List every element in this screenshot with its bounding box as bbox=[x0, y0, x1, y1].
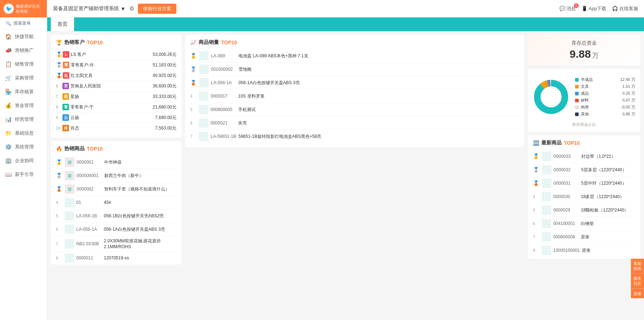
customer-badge: 零 bbox=[63, 62, 69, 68]
sidebar-item-finance[interactable]: 💰 资金管理 bbox=[0, 99, 47, 112]
new-product-row: 🥈 0000032 5层多层（1220*2440） bbox=[533, 163, 635, 177]
sidebar-item-basic[interactable]: 📁 基础信息 bbox=[0, 126, 47, 140]
inv-sales-row: 🥈 001000002 雪地靴 bbox=[190, 63, 519, 76]
medal-icon: 🥈 bbox=[190, 66, 196, 72]
product-thumb bbox=[542, 246, 551, 255]
inventory-amount: 9.88 bbox=[570, 48, 591, 60]
hot-product-row: 6 LA-056-1A 056-1A白色按键开关盖ABS 3壳 bbox=[56, 223, 176, 236]
medal-icon: 🥇 bbox=[533, 153, 539, 159]
sidebar-item-sales[interactable]: 📋 销售管理 bbox=[0, 57, 47, 71]
app-download-button[interactable]: 📱 App下载 bbox=[582, 5, 606, 12]
sidebar-item-purchase[interactable]: 🛒 采购管理 bbox=[0, 71, 47, 85]
live-broadcast-button[interactable]: 直播 bbox=[631, 289, 644, 298]
product-thumb bbox=[542, 165, 551, 175]
sidebar-item-operation[interactable]: 📊 经营管理 bbox=[0, 112, 47, 126]
product-thumb: 🖼 bbox=[65, 171, 74, 180]
legend-dot bbox=[575, 99, 579, 102]
basic-icon: 📁 bbox=[5, 130, 12, 136]
svg-point-1 bbox=[537, 83, 565, 111]
settings-icon[interactable]: ⚙ bbox=[129, 5, 134, 12]
legend-item: 肉类 -0.05 万 bbox=[575, 104, 635, 111]
inv-sales-row: 5 000800005 手机测试 bbox=[190, 103, 519, 116]
legend-dot bbox=[575, 112, 579, 116]
customer-row: 8 零 零售客户-于 21,680.00元 bbox=[56, 102, 176, 112]
legend-item: 其他 -3.86 万 bbox=[575, 111, 635, 118]
customer-service-button[interactable]: 客服热线 bbox=[631, 259, 644, 274]
new-product-row: 8 10000100001 原奎 bbox=[533, 244, 635, 257]
customer-row: 7 星 星扬 33,333.00元 bbox=[56, 91, 176, 102]
mobile-icon: 📱 bbox=[582, 6, 587, 11]
product-thumb bbox=[65, 198, 74, 207]
system-icon: ⚙️ bbox=[5, 144, 12, 150]
hot-product-row: 5 LA-056-1B 056-1B白色按键开关壳ABS2壳 bbox=[56, 209, 176, 223]
product-thumb bbox=[542, 179, 551, 188]
chart-area: 半成品 12.45 万 文具 1.01 万 成品 0.25 万 bbox=[533, 73, 635, 120]
chart-sublabel: 库存资金占比 bbox=[533, 122, 635, 127]
fire-icon: 🔥 bbox=[56, 146, 62, 152]
mid-column: 📈 商品销量 TOP10 🥇 LA-089 电池盖 LA-089 ABS本色+黑… bbox=[185, 35, 524, 316]
message-button[interactable]: 💬 消息 6 bbox=[559, 5, 576, 12]
online-service-button[interactable]: 🎧 在线客服 bbox=[612, 5, 638, 12]
new-icon: 🆕 bbox=[533, 140, 539, 146]
new-product-row: 4 0000030 18多层（1220*2440） bbox=[533, 190, 635, 204]
new-product-row: 5 0000029 18颗粒板（1220*2440） bbox=[533, 204, 635, 217]
medal-icon: 🥇 bbox=[190, 53, 196, 59]
product-thumb bbox=[542, 152, 551, 161]
customer-badge: 星 bbox=[62, 93, 69, 100]
medal-icon: 🥉 bbox=[533, 180, 539, 186]
inv-sales-row: 6 0000021 夹壳 bbox=[190, 116, 519, 130]
product-thumb bbox=[542, 205, 551, 215]
sidebar-item-enterprise[interactable]: 🏢 企业协同 bbox=[0, 154, 47, 168]
sidebar-item-guide[interactable]: 📖 新手引导 bbox=[0, 168, 47, 181]
inventory-total-label: 库存总资金 bbox=[533, 40, 635, 46]
product-thumb bbox=[65, 225, 74, 234]
inventory-icon: 🏪 bbox=[5, 89, 12, 95]
product-thumb bbox=[199, 51, 209, 61]
sidebar-item-system[interactable]: ⚙️ 系统管理 bbox=[0, 140, 47, 154]
hot-products-panel: 🔥 热销商品 TOP10 🥇 🖼 0000001 中华神器 🥈 🖼 000500… bbox=[51, 141, 182, 264]
top-customers-panel: 🏆 热销客户 TOP10 🥇 L LS 客户 53,006.26元 🥈 零 零售… bbox=[51, 35, 182, 138]
customer-badge: 肖 bbox=[62, 125, 69, 131]
system-selector[interactable]: 装备及固定资产辅助管理系统 ▼ bbox=[53, 5, 126, 12]
sidebar-item-quicknav[interactable]: 🏠 快捷导航 bbox=[0, 30, 47, 44]
inventory-sales-title: 📈 商品销量 TOP10 bbox=[190, 39, 519, 46]
chart-legend: 半成品 12.45 万 文具 1.01 万 成品 0.25 万 bbox=[575, 76, 635, 118]
left-column: 🏆 热销客户 TOP10 🥇 L LS 客户 53,006.26元 🥈 零 零售… bbox=[51, 35, 182, 316]
hot-product-row: 🥈 🖼 000500001 新西兰牛肉（新牛） bbox=[56, 169, 176, 182]
legend-item: 材料 0.07 万 bbox=[575, 97, 635, 104]
service-community-button[interactable]: 服务社区 bbox=[631, 274, 644, 289]
medal-icon: 🥉 bbox=[190, 80, 196, 86]
product-thumb bbox=[542, 192, 551, 201]
legend-item: 文具 1.01 万 bbox=[575, 83, 635, 90]
product-thumb bbox=[65, 239, 74, 249]
new-product-row: 🥇 0000033 封边带（1.0*22） bbox=[533, 150, 635, 163]
product-thumb bbox=[542, 232, 551, 242]
customer-row: 9 云 云扬 7,680.00元 bbox=[56, 112, 176, 123]
legend-dot bbox=[575, 85, 579, 89]
medal-icon: 🥇 bbox=[56, 159, 62, 165]
inventory-sales-panel: 📈 商品销量 TOP10 🥇 LA-089 电池盖 LA-089 ABS本色+黑… bbox=[185, 35, 524, 147]
customer-badge: L bbox=[63, 51, 69, 58]
customer-row: 🥉 红 红太阳文具 40,925.00元 bbox=[56, 70, 176, 81]
product-thumb: 🖼 bbox=[65, 157, 74, 167]
product-thumb bbox=[199, 132, 208, 141]
tab-home[interactable]: 首页 bbox=[51, 17, 74, 31]
inventory-chart-panel: 半成品 12.45 万 文具 1.01 万 成品 0.25 万 bbox=[528, 69, 640, 132]
sidebar-item-inventory[interactable]: 🏪 库存核算 bbox=[0, 85, 47, 99]
sidebar-item-marketing[interactable]: 📣 营销推广 bbox=[0, 44, 47, 57]
legend-dot bbox=[575, 78, 579, 82]
product-thumb bbox=[65, 253, 74, 263]
new-product-row: 6 004100001 白钢垫 bbox=[533, 217, 635, 230]
logo-text: 畅捷通好生意 标准版 bbox=[16, 4, 40, 14]
sidebar-search[interactable]: 🔍 搜索菜单 bbox=[0, 17, 47, 30]
medal-icon: 🥈 bbox=[56, 173, 62, 179]
trial-button[interactable]: 体验行业方案 bbox=[138, 4, 176, 14]
hot-product-row: 🥇 🖼 0000001 中华神器 bbox=[56, 156, 176, 169]
new-product-row: 🥉 0000031 5层中纤（1220*2440） bbox=[533, 177, 635, 190]
product-thumb bbox=[542, 219, 551, 228]
main-area: 装备及固定资产辅助管理系统 ▼ ⚙ 体验行业方案 💬 消息 6 📱 App下载 … bbox=[47, 0, 644, 320]
nav-tabs: 首页 bbox=[47, 17, 644, 31]
inv-sales-row: 🥉 LA-056-1A 056-1A白色按键开关盖ABS 3壳 bbox=[190, 76, 519, 90]
headset-icon: 🎧 bbox=[612, 6, 618, 11]
customer-row: 6 苦 苦南县人民医院 36,600.00元 bbox=[56, 81, 176, 91]
